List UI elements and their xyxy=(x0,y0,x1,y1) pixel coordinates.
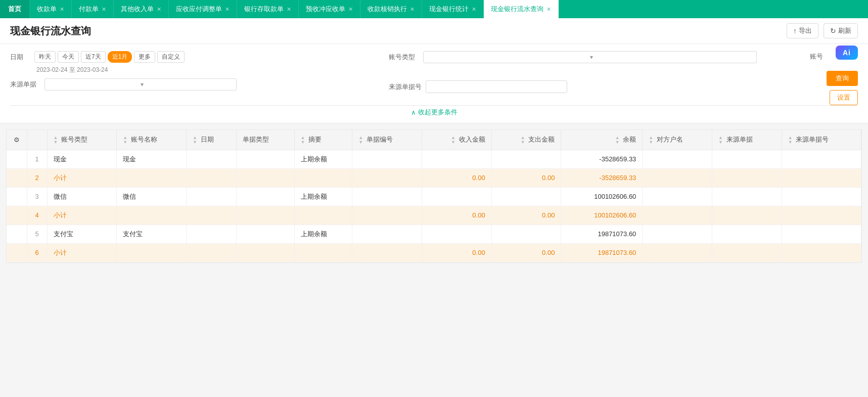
table-cell xyxy=(712,243,782,262)
close-icon[interactable]: ✕ xyxy=(225,6,230,13)
nav-tab-cash-bank-stat[interactable]: 现金银行统计 ✕ xyxy=(422,0,484,18)
sort-arrows-icon: ▲▼ xyxy=(123,136,127,145)
collapse-label: 收起更多条件 xyxy=(418,108,458,117)
close-icon[interactable]: ✕ xyxy=(546,6,551,13)
close-icon[interactable]: ✕ xyxy=(472,6,476,13)
table-cell: 0.00 xyxy=(491,168,561,187)
close-icon[interactable]: ✕ xyxy=(410,6,415,13)
close-icon[interactable]: ✕ xyxy=(157,6,161,13)
table-cell: 6 xyxy=(27,243,47,262)
th-date[interactable]: ▲▼ 日期 xyxy=(186,130,236,150)
table-cell xyxy=(352,187,422,206)
th-summary[interactable]: ▲▼ 摘要 xyxy=(294,130,352,150)
sort-arrows-icon: ▲▼ xyxy=(193,136,197,145)
th-gear[interactable]: ⚙ xyxy=(7,130,27,150)
th-account-type[interactable]: ▲▼ 账号类型 xyxy=(47,130,117,150)
table-cell xyxy=(352,168,422,187)
table-cell xyxy=(712,187,782,206)
th-expense[interactable]: ▲▼ 支出金额 xyxy=(491,130,561,150)
close-icon[interactable]: ✕ xyxy=(60,6,64,13)
top-nav: 首页 收款单 ✕ 付款单 ✕ 其他收入单 ✕ 应收应付调整单 ✕ 银行存取款单 … xyxy=(0,0,868,18)
close-icon[interactable]: ✕ xyxy=(102,6,106,13)
th-counterparty[interactable]: ▲▼ 对方户名 xyxy=(643,130,712,150)
table-cell xyxy=(782,187,861,206)
date-btn-last1m[interactable]: 近1月 xyxy=(108,51,132,63)
nav-tab-other-income[interactable]: 其他收入单 ✕ xyxy=(114,0,169,18)
table-header-row: ⚙ ▲▼ 账号类型 ▲▼ 账号名称 ▲▼ 日期 单据类型 xyxy=(7,130,861,150)
page-title: 现金银行流水查询 xyxy=(10,24,91,38)
account-type-select[interactable]: ▾ xyxy=(423,51,757,63)
date-btn-today[interactable]: 今天 xyxy=(58,51,79,63)
table-cell: 现金 xyxy=(47,150,117,168)
th-account-name[interactable]: ▲▼ 账号名称 xyxy=(117,130,187,150)
table-cell xyxy=(643,168,712,187)
table-cell: 0.00 xyxy=(491,243,561,262)
date-btn-more[interactable]: 更多 xyxy=(134,51,155,63)
collapse-btn[interactable]: ∧ 收起更多条件 xyxy=(411,108,458,117)
nav-tab-receipt[interactable]: 收款单 ✕ xyxy=(30,0,72,18)
table-cell: 小计 xyxy=(47,168,117,187)
export-button[interactable]: ↑ 导出 xyxy=(787,23,818,38)
table-cell: 上期余额 xyxy=(294,150,352,168)
refresh-icon: ↻ xyxy=(830,27,836,35)
nav-home[interactable]: 首页 xyxy=(0,0,30,18)
collapse-bar: ∧ 收起更多条件 xyxy=(10,105,858,119)
table-row: 2小计0.000.00-3528659.33 xyxy=(7,168,861,187)
nav-tab-cash-bank-flow[interactable]: 现金银行流水查询 ✕ xyxy=(484,0,559,18)
table-cell: -3528659.33 xyxy=(561,168,643,187)
table-cell xyxy=(294,206,352,225)
th-doc-type: 单据类型 xyxy=(237,130,295,150)
nav-tab-write-off[interactable]: 收款核销执行 ✕ xyxy=(360,0,422,18)
table-cell xyxy=(117,206,187,225)
nav-tab-bank-deposit[interactable]: 银行存取款单 ✕ xyxy=(237,0,299,18)
table-cell xyxy=(237,225,295,243)
filter-date-row: 日期 昨天 今天 近7天 近1月 更多 自定义 xyxy=(10,51,379,63)
date-btn-custom[interactable]: 自定义 xyxy=(157,51,185,63)
nav-tab-adjustment[interactable]: 应收应付调整单 ✕ xyxy=(169,0,237,18)
table-cell xyxy=(7,168,27,187)
table-cell: 100102606.60 xyxy=(561,206,643,225)
table-row: 3微信微信上期余额100102606.60 xyxy=(7,187,861,206)
source-doc-no-label: 来源单据号 xyxy=(389,82,422,92)
table-cell: 支付宝 xyxy=(117,225,187,243)
table-cell: 1 xyxy=(27,150,47,168)
table-cell xyxy=(294,243,352,262)
source-doc-select[interactable]: ▾ xyxy=(44,78,237,91)
close-icon[interactable]: ✕ xyxy=(348,6,353,13)
table-cell xyxy=(237,150,295,168)
close-icon[interactable]: ✕ xyxy=(287,6,291,13)
filter-source-doc-no-row: 来源单据号 xyxy=(389,80,757,93)
date-btn-yesterday[interactable]: 昨天 xyxy=(34,51,56,63)
th-balance[interactable]: ▲▼ 余额 xyxy=(561,130,643,150)
table-cell xyxy=(186,168,236,187)
table-row: 1现金现金上期余额-3528659.33 xyxy=(7,150,861,168)
page-header: 现金银行流水查询 ↑ 导出 ↻ 刷新 xyxy=(0,18,868,44)
table-cell: 2 xyxy=(27,168,47,187)
nav-tab-advance-offset[interactable]: 预收冲应收单 ✕ xyxy=(299,0,360,18)
table-cell xyxy=(352,243,422,262)
table-cell xyxy=(352,206,422,225)
table-cell xyxy=(712,150,782,168)
source-doc-no-input[interactable] xyxy=(426,80,567,93)
th-doc-no[interactable]: ▲▼ 单据编号 xyxy=(352,130,422,150)
table-cell: 微信 xyxy=(47,187,117,206)
ai-badge[interactable]: Ai xyxy=(836,46,858,60)
refresh-button[interactable]: ↻ 刷新 xyxy=(824,23,858,38)
chevron-up-icon: ∧ xyxy=(411,109,416,116)
table-cell xyxy=(422,225,491,243)
th-source-doc[interactable]: ▲▼ 来源单据 xyxy=(712,130,782,150)
sort-arrows-icon: ▲▼ xyxy=(649,136,653,145)
th-source-doc-no[interactable]: ▲▼ 来源单据号 xyxy=(782,130,861,150)
filter-source-doc-row: 来源单据 ▾ xyxy=(10,78,379,91)
filter-area: 日期 昨天 今天 近7天 近1月 更多 自定义 2023-02-24 至 202… xyxy=(0,44,868,123)
nav-tab-payment[interactable]: 付款单 ✕ xyxy=(72,0,114,18)
table-cell xyxy=(186,225,236,243)
date-btn-last7[interactable]: 近7天 xyxy=(81,51,106,63)
table-cell xyxy=(643,187,712,206)
setting-button[interactable]: 设置 xyxy=(830,90,858,105)
table-cell: 3 xyxy=(27,187,47,206)
query-button[interactable]: 查询 xyxy=(827,71,858,86)
table-cell xyxy=(712,168,782,187)
th-income[interactable]: ▲▼ 收入金额 xyxy=(422,130,491,150)
table-cell xyxy=(643,206,712,225)
